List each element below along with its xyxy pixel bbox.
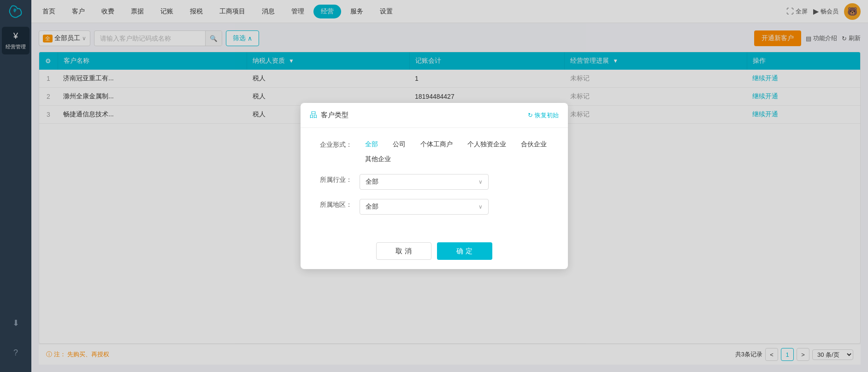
region-select[interactable]: 全部 ∨: [360, 199, 489, 215]
enterprise-option-company[interactable]: 公司: [387, 139, 411, 150]
confirm-button[interactable]: 确 定: [437, 242, 492, 260]
reset-label: 恢复初始: [535, 111, 559, 120]
modal-reset-button[interactable]: ↻ 恢复初始: [528, 111, 559, 120]
enterprise-option-other[interactable]: 其他企业: [360, 154, 396, 165]
cancel-button[interactable]: 取 消: [376, 242, 431, 260]
modal-title-text: 客户类型: [321, 111, 348, 120]
enterprise-option-individual[interactable]: 个体工商户: [415, 139, 458, 150]
industry-select-value: 全部: [366, 178, 378, 186]
enterprise-option-partnership[interactable]: 合伙企业: [515, 139, 552, 150]
enterprise-option-all[interactable]: 全部: [360, 139, 384, 150]
modal-title: 品 客户类型: [310, 110, 348, 120]
industry-value: 全部 ∨: [360, 174, 553, 190]
enterprise-form-label: 企业形式：: [315, 139, 352, 149]
modal-overlay[interactable]: 品 客户类型 ↻ 恢复初始 企业形式： 全部 公司 个体工商户 个人独资企业 合…: [0, 0, 868, 372]
industry-select[interactable]: 全部 ∨: [360, 174, 489, 190]
modal-footer: 取 消 确 定: [301, 235, 568, 269]
modal-title-icon: 品: [310, 110, 317, 120]
filter-modal: 品 客户类型 ↻ 恢复初始 企业形式： 全部 公司 个体工商户 个人独资企业 合…: [301, 103, 568, 269]
region-form-row: 所属地区： 全部 ∨: [315, 199, 553, 215]
enterprise-form-row: 企业形式： 全部 公司 个体工商户 个人独资企业 合伙企业 其他企业: [315, 139, 553, 165]
region-label: 所属地区：: [315, 199, 352, 209]
enterprise-option-sole[interactable]: 个人独资企业: [462, 139, 512, 150]
industry-select-arrow-icon: ∨: [478, 179, 483, 185]
industry-form-row: 所属行业： 全部 ∨: [315, 174, 553, 190]
reset-icon: ↻: [528, 112, 533, 119]
modal-header: 品 客户类型 ↻ 恢复初始: [301, 103, 568, 128]
region-select-arrow-icon: ∨: [478, 204, 483, 210]
industry-label: 所属行业：: [315, 174, 352, 184]
region-value: 全部 ∨: [360, 199, 553, 215]
region-select-value: 全部: [366, 203, 378, 211]
enterprise-form-value: 全部 公司 个体工商户 个人独资企业 合伙企业 其他企业: [360, 139, 553, 165]
modal-body: 企业形式： 全部 公司 个体工商户 个人独资企业 合伙企业 其他企业 所属行业：…: [301, 128, 568, 235]
